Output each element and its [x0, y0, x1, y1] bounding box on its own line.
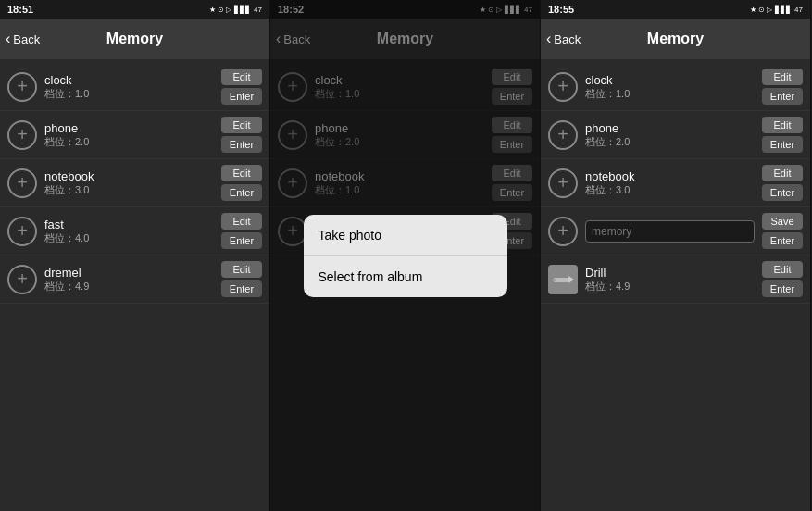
edit-button[interactable]: Edit — [762, 165, 803, 181]
nav-bar-1: ‹ Back Memory — [0, 19, 269, 59]
item-meta: 档位：2.0 — [585, 135, 755, 149]
screen-2: 18:52 ★ ⊙ ▷ ▋▋▋ 47 ‹ Back Memory + clock… — [270, 0, 541, 511]
enter-button[interactable]: Enter — [221, 232, 262, 249]
svg-rect-0 — [554, 278, 568, 282]
item-buttons: Edit Enter — [762, 117, 803, 153]
item-buttons: Edit Enter — [221, 165, 262, 201]
status-bar-3: 18:55 ★ ⊙ ▷ ▋▋▋ 47 — [541, 0, 810, 19]
enter-button[interactable]: Enter — [762, 184, 803, 201]
edit-button[interactable]: Edit — [762, 69, 803, 85]
item-meta: 档位：3.0 — [44, 183, 214, 197]
back-chevron-1: ‹ — [6, 31, 10, 47]
save-button[interactable]: Save — [762, 213, 803, 230]
enter-button[interactable]: Enter — [762, 88, 803, 105]
nav-title-3: Memory — [647, 31, 704, 47]
list-item: + dremel 档位：4.9 Edit Enter — [0, 256, 269, 304]
item-name: clock — [585, 73, 755, 87]
list-item: + clock 档位：1.0 Edit Enter — [0, 63, 269, 111]
edit-button[interactable]: Edit — [221, 69, 262, 85]
screen-1: 18:51 ★ ⊙ ▷ ▋▋▋ 47 ‹ Back Memory + clock… — [0, 0, 270, 511]
list-item: + clock 档位：1.0 Edit Enter — [541, 63, 810, 111]
item-name: fast — [44, 218, 214, 231]
screen-3: 18:55 ★ ⊙ ▷ ▋▋▋ 47 ‹ Back Memory + clock… — [541, 0, 811, 511]
plus-button[interactable]: + — [548, 72, 578, 102]
edit-button[interactable]: Edit — [221, 261, 262, 278]
list-item: + phone 档位：2.0 Edit Enter — [0, 111, 269, 159]
list-item: + fast 档位：4.0 Edit Enter — [0, 207, 269, 256]
item-list-3: + clock 档位：1.0 Edit Enter + phone 档位：2.0… — [541, 59, 810, 511]
item-info: Drill 档位：4.9 — [585, 266, 755, 293]
list-item-input: + Save Enter — [541, 207, 810, 256]
item-meta: 档位：2.0 — [44, 135, 214, 149]
enter-button[interactable]: Enter — [762, 280, 803, 297]
item-buttons: Edit Enter — [762, 165, 803, 201]
status-icon-1: ★ ⊙ ▷ — [209, 6, 231, 14]
edit-button[interactable]: Edit — [221, 117, 262, 133]
item-meta: 档位：4.0 — [44, 231, 214, 245]
item-name: phone — [585, 121, 755, 135]
memory-input[interactable] — [585, 220, 755, 243]
back-button-1[interactable]: ‹ Back — [6, 31, 40, 47]
plus-button[interactable]: + — [548, 217, 578, 246]
battery-icon-1: 47 — [254, 6, 262, 14]
item-buttons: Edit Enter — [221, 69, 262, 105]
list-item: + notebook 档位：3.0 Edit Enter — [0, 159, 269, 207]
back-text-1: Back — [13, 32, 40, 46]
enter-button[interactable]: Enter — [221, 280, 262, 297]
plus-button[interactable]: + — [548, 120, 578, 150]
edit-button[interactable]: Edit — [221, 213, 262, 230]
item-name: Drill — [585, 266, 755, 280]
item-info: notebook 档位：3.0 — [44, 169, 214, 197]
item-meta: 档位：1.0 — [44, 87, 214, 101]
edit-button[interactable]: Edit — [221, 165, 262, 181]
status-time-3: 18:55 — [548, 4, 574, 15]
item-name: notebook — [44, 169, 214, 183]
item-name: dremel — [44, 266, 214, 280]
item-buttons: Edit Enter — [221, 261, 262, 297]
wifi-icon-1: ▋▋▋ — [234, 6, 251, 14]
wifi-icon-3: ▋▋▋ — [775, 6, 792, 14]
item-buttons: Edit Enter — [762, 261, 803, 297]
enter-button[interactable]: Enter — [762, 136, 803, 153]
back-button-3[interactable]: ‹ Back — [546, 31, 581, 47]
enter-button[interactable]: Enter — [762, 232, 803, 249]
modal-box: Take photo Select from album — [304, 215, 507, 297]
item-buttons: Edit Enter — [762, 69, 803, 105]
modal-overlay[interactable]: Take photo Select from album — [270, 0, 540, 511]
item-meta: 档位：1.0 — [585, 87, 755, 101]
item-info: phone 档位：2.0 — [585, 121, 755, 149]
back-chevron-3: ‹ — [546, 31, 551, 47]
plus-button[interactable]: + — [7, 217, 37, 246]
take-photo-option[interactable]: Take photo — [304, 215, 507, 256]
plus-button[interactable]: + — [7, 72, 37, 102]
status-icons-1: ★ ⊙ ▷ ▋▋▋ 47 — [209, 6, 262, 14]
list-item: Drill 档位：4.9 Edit Enter — [541, 256, 810, 304]
enter-button[interactable]: Enter — [221, 136, 262, 153]
nav-bar-3: ‹ Back Memory — [541, 19, 810, 59]
plus-button[interactable]: + — [7, 120, 37, 150]
item-info: phone 档位：2.0 — [44, 121, 214, 149]
back-text-3: Back — [554, 32, 581, 46]
plus-button[interactable]: + — [7, 265, 37, 294]
status-icon-3: ★ ⊙ ▷ — [750, 6, 772, 14]
item-buttons: Edit Enter — [221, 213, 262, 249]
edit-button[interactable]: Edit — [762, 117, 803, 133]
select-album-option[interactable]: Select from album — [304, 256, 507, 297]
item-meta: 档位：4.9 — [44, 280, 214, 293]
edit-button[interactable]: Edit — [762, 261, 803, 278]
status-icons-3: ★ ⊙ ▷ ▋▋▋ 47 — [750, 6, 803, 14]
plus-button[interactable]: + — [548, 168, 578, 198]
item-name: clock — [44, 73, 214, 87]
item-info: clock 档位：1.0 — [44, 73, 214, 101]
status-time-1: 18:51 — [7, 4, 33, 15]
list-item: + notebook 档位：3.0 Edit Enter — [541, 159, 810, 207]
enter-button[interactable]: Enter — [221, 88, 262, 105]
item-info: notebook 档位：3.0 — [585, 169, 755, 197]
nav-title-1: Memory — [106, 31, 163, 47]
item-meta: 档位：4.9 — [585, 280, 755, 293]
plus-button[interactable]: + — [7, 168, 37, 198]
enter-button[interactable]: Enter — [221, 184, 262, 201]
item-info: fast 档位：4.0 — [44, 218, 214, 245]
battery-icon-3: 47 — [794, 6, 803, 14]
item-buttons: Edit Enter — [221, 117, 262, 153]
